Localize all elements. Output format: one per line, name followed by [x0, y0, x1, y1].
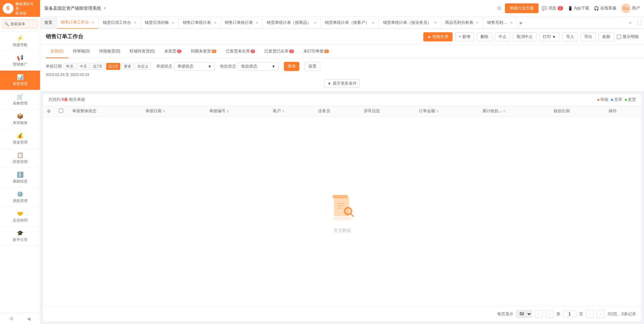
subtab-overdue-not-shipped[interactable]: 到期未发货0	[186, 45, 221, 58]
sidebar-item-finance[interactable]: 💰 资金管理	[0, 129, 40, 149]
payment-select[interactable]: 收款状态 ▼	[238, 62, 278, 71]
subtab-not-printed[interactable]: 未打印单据0	[299, 45, 334, 58]
operations-icon: 📋	[17, 152, 24, 158]
next-page-button[interactable]: ›	[586, 310, 594, 318]
filterbar: 单据日期 昨天 今天 近7天 近1月 更多 自定义 单据状态 单据状态 ▼	[40, 58, 644, 91]
column-doc-number[interactable]: 单据编号 ⇅	[205, 106, 269, 117]
status-select[interactable]: 单据状态 ▼	[174, 62, 215, 71]
column-doc-date[interactable]: 单据日期 ⇅	[141, 106, 205, 117]
add-button[interactable]: + 新增	[455, 32, 474, 41]
per-page-select[interactable]: 50	[516, 310, 532, 318]
collapse-icon[interactable]: ◀	[27, 316, 31, 321]
stop-button[interactable]: 中止	[495, 32, 510, 41]
tab-close-icon[interactable]: ✕	[434, 21, 437, 25]
tab-close-icon[interactable]: ✕	[372, 21, 375, 25]
subtab-wangpu-pending[interactable]: 旺铺待发货(0)	[125, 45, 160, 58]
app-download-button[interactable]: 📱 App下载	[568, 5, 589, 11]
last-page-button[interactable]: »	[597, 310, 605, 318]
online-service-button[interactable]: 🎧 在线客服	[594, 5, 616, 11]
tab-close-icon[interactable]: ✕	[314, 21, 316, 25]
select-all-checkbox[interactable]	[59, 109, 63, 113]
tab-close-icon[interactable]: ✕	[92, 21, 94, 24]
expand-more-button[interactable]: ▼ 展开更多条件	[325, 79, 360, 88]
review-action-button[interactable]: 审核	[597, 97, 608, 103]
prev-page-button[interactable]: ‹	[546, 310, 554, 318]
tabbar-expand-icon[interactable]: ⛶	[635, 17, 644, 29]
tab-sales-gross[interactable]: 销售毛利… ✕	[483, 17, 517, 29]
ship-action-button[interactable]: 发货	[625, 97, 636, 103]
refresh-button[interactable]: 刷新	[599, 32, 614, 41]
date-btn-1month[interactable]: 近1月	[106, 63, 120, 70]
export-button[interactable]: 导出	[581, 32, 596, 41]
tabbar-more-button[interactable]: ▶	[517, 17, 525, 29]
tab-sales-by-product[interactable]: 销货单统计表（按商品） ✕	[263, 17, 321, 29]
column-cumulative-payment[interactable]: 累计收款... ⇅	[478, 106, 550, 117]
tab-close-icon[interactable]: ✕	[256, 21, 258, 25]
delete-button[interactable]: 删除	[477, 32, 492, 41]
tab-close-icon[interactable]: ✕	[134, 21, 136, 25]
newbie-icon: 🎓	[17, 230, 24, 236]
tabbar-close-all-icon[interactable]: ✕	[626, 17, 635, 29]
tab-close-icon[interactable]: ✕	[214, 21, 216, 25]
solution-button[interactable]: 体验行业方案	[505, 3, 539, 13]
tab-cashier-reconcile[interactable]: 钱货日清对账 ✕	[141, 17, 179, 29]
column-checkbox[interactable]	[55, 106, 68, 117]
sidebar-item-basic-info[interactable]: ℹ️ 基础信息	[0, 168, 40, 188]
tab-sales-stats[interactable]: 销售订单统计表 ✕	[179, 17, 221, 29]
import-button[interactable]: 导入	[562, 32, 578, 41]
date-btn-custom[interactable]: 自定义	[135, 63, 151, 70]
sidebar-item-sales[interactable]: 📊 销售管理	[0, 71, 40, 90]
star-icon: ★	[427, 35, 431, 39]
subtab-pending-inspect[interactable]: 待拣验货(0)	[94, 45, 125, 58]
first-page-button[interactable]: «	[535, 310, 543, 318]
subtab-pending-review[interactable]: 待审核(0)	[68, 45, 95, 58]
column-order-amount[interactable]: 订单金额 ⇅	[415, 106, 478, 117]
tab-gross-profit[interactable]: 商品毛利分析表 ✕	[441, 17, 483, 29]
logo-icon: 6	[3, 3, 13, 14]
user-menu[interactable]: Ea 用户	[621, 4, 640, 13]
date-btn-yesterday[interactable]: 昨天	[64, 63, 76, 70]
show-detail-checkbox[interactable]	[617, 35, 621, 39]
sidebar-item-newbie[interactable]: 🎓 新手引导	[0, 227, 40, 246]
sidebar-item-quick-nav[interactable]: ⚡ 快捷导航	[0, 32, 40, 51]
tab-close-icon[interactable]: ✕	[510, 21, 513, 25]
subtab-shipped-not-out[interactable]: 已发货未出库0	[221, 45, 260, 58]
date-btn-more[interactable]: 更多	[122, 63, 134, 70]
sidebar-item-system[interactable]: ⚙️ 系统管理	[0, 188, 40, 207]
subtab-all[interactable]: 全部(0)	[46, 45, 68, 58]
column-settings[interactable]: ⚙	[43, 106, 55, 117]
topbar-settings-icon[interactable]: ⚙	[497, 5, 502, 11]
print-button[interactable]: 打印 ▼	[539, 32, 560, 41]
date-btn-today[interactable]: 今天	[77, 63, 89, 70]
tab-sales-exec[interactable]: 销售订单执行表 ✕	[221, 17, 263, 29]
tab-sales-by-staff[interactable]: 销货单统计表（按业务员） ✕	[379, 17, 441, 29]
enterprise-icon: 🤝	[17, 210, 24, 217]
sidebar-item-purchase[interactable]: 🛒 采购管理	[0, 90, 40, 110]
date-btn-7days[interactable]: 近7天	[91, 63, 105, 70]
filter-settings-button[interactable]: 设置	[305, 62, 320, 71]
show-detail-label[interactable]: 显示明细	[617, 34, 639, 40]
tab-close-icon[interactable]: ✕	[172, 21, 174, 25]
tab-sales-workbench[interactable]: 销售订单工作台 ✕	[57, 17, 99, 29]
subtab-shipped-out[interactable]: 已发货已出库0	[260, 45, 299, 58]
query-button[interactable]: 查询	[284, 62, 299, 71]
table-scroll-container[interactable]: ⚙ 单据整体状态 单据日期 ⇅	[43, 106, 641, 117]
settings-footer-icon[interactable]: ⚙	[9, 316, 14, 321]
sidebar-item-operations[interactable]: 📋 经营管理	[0, 149, 40, 168]
cancel-review-action-button[interactable]: 充审	[611, 97, 622, 103]
cancel-stop-button[interactable]: 取消中止	[513, 32, 536, 41]
tab-home[interactable]: 首页	[40, 17, 57, 29]
status-select-arrow: ▼	[208, 64, 212, 69]
tab-sales-by-customer[interactable]: 销货单统计表（按客户） ✕	[321, 17, 379, 29]
sidebar-item-marketing[interactable]: 📢 营销推广	[0, 51, 40, 71]
search-menu-button[interactable]: 🔍 搜索菜单	[2, 19, 38, 29]
message-button[interactable]: 💬 消息 6	[542, 5, 563, 11]
tab-cashier-workbench[interactable]: 钱货日清工作台 ✕	[99, 17, 141, 29]
page-input[interactable]	[563, 311, 576, 317]
smart-create-button[interactable]: ★ 智能生单	[423, 32, 453, 41]
column-customer[interactable]: 客户 ⇅	[269, 106, 314, 117]
sidebar-item-inventory[interactable]: 📦 库存核算	[0, 110, 40, 129]
sidebar-item-enterprise[interactable]: 🤝 企业协同	[0, 207, 40, 227]
subtab-not-shipped[interactable]: 未发货0	[160, 45, 186, 58]
tab-close-icon[interactable]: ✕	[476, 21, 479, 25]
